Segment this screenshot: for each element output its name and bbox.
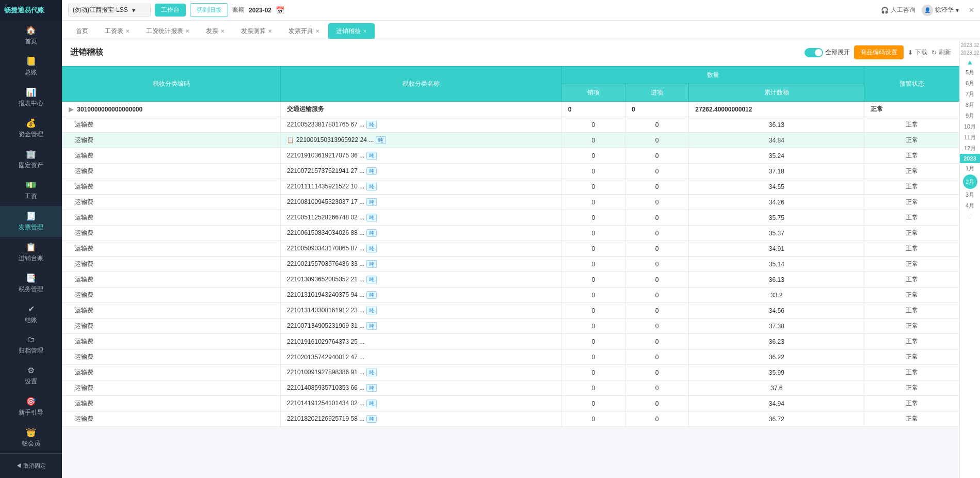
cumulative-val: 36.72 (689, 411, 864, 427)
toggle-expand[interactable]: 全部展开 (805, 48, 850, 57)
item-name: 运输费 (62, 334, 281, 349)
table-wrapper: 税收分类编码 税收分类名称 数量 预警状态 销项 进项 累计数额 (62, 66, 959, 478)
user-info[interactable]: 👤 徐泽华 ▾ (922, 5, 959, 16)
sidebar-item-purchase-sales[interactable]: 📋 进销台账 (0, 237, 62, 268)
switch-version-button[interactable]: 切到旧版 (190, 3, 228, 17)
sidebar-item-label: 固定资产 (19, 161, 43, 170)
tab-invoice[interactable]: 发票 ✕ (198, 23, 232, 39)
tab-invoice-calc[interactable]: 发票测算 ✕ (233, 23, 280, 39)
sales-val: 0 (561, 257, 625, 272)
support-button[interactable]: 🎧 人工咨询 (881, 6, 915, 14)
year-2023-label[interactable]: 2023 (960, 154, 980, 163)
purchase-val: 0 (625, 303, 689, 318)
unit-tag: 吨 (376, 136, 386, 144)
tab-payroll[interactable]: 工资表 ✕ (97, 23, 137, 39)
month-8[interactable]: 8月 (960, 100, 980, 110)
toggle-switch[interactable] (805, 48, 823, 57)
unpin-button[interactable]: ◀ 取消固定 (0, 458, 62, 474)
right-panel-year-2023: 2023.02 (959, 41, 980, 49)
sidebar-item-assets[interactable]: 🏢 固定资产 (0, 144, 62, 175)
item-tax-code: 221005233817801765 67 ... 吨 (281, 117, 562, 133)
right-panel: 2023.02 2023.02 ▲ 5月 6月 7月 8月 9月 10月 11月… (959, 39, 980, 478)
reconcile-table: 税收分类编码 税收分类名称 数量 预警状态 销项 进项 累计数额 (62, 66, 959, 427)
cumulative-val: 37.18 (689, 164, 864, 179)
period-label: 账期 (232, 6, 245, 14)
sidebar-item-home[interactable]: 🏠 首页 (0, 20, 62, 51)
close-button[interactable]: × (969, 6, 974, 15)
cumulative-val: 34.91 (689, 241, 864, 257)
workbench-button[interactable]: 工作台 (155, 4, 186, 17)
unit-tag: 吨 (366, 198, 377, 206)
sales-val: 0 (561, 411, 625, 427)
sidebar-item-payroll[interactable]: 💵 工资 (0, 175, 62, 206)
month-11[interactable]: 11月 (960, 132, 980, 143)
month-9[interactable]: 9月 (960, 110, 980, 121)
user-avatar: 👤 (922, 5, 933, 16)
refresh-button[interactable]: ↻ 刷新 (931, 48, 951, 57)
sidebar-item-archive[interactable]: 🗂 归档管理 (0, 330, 62, 360)
sidebar-item-label: 归档管理 (19, 346, 43, 355)
sidebar-item-guide[interactable]: 🎯 新手引导 (0, 391, 62, 422)
download-icon: ⬇ (908, 49, 913, 56)
cumulative-val: 35.14 (689, 257, 864, 272)
purchase-val: 0 (625, 288, 689, 303)
month-6[interactable]: 6月 (960, 78, 980, 89)
scroll-up-icon[interactable]: ▲ (967, 58, 974, 66)
item-tax-code: 221020135742940012 47 ... (281, 349, 562, 365)
purchase-val: 0 (625, 117, 689, 133)
month-10[interactable]: 10月 (960, 121, 980, 132)
company-selector[interactable]: (勿动)江西报宝-LSS ▾ (68, 4, 151, 17)
item-tax-code: 221010091927898386 91 ... 吨 (281, 365, 562, 380)
copy-icon[interactable]: 📋 (287, 137, 294, 143)
tab-invoice-close[interactable]: ✕ (220, 28, 224, 34)
tab-invoice-calc-close[interactable]: ✕ (268, 28, 272, 34)
heart-icon[interactable]: ♡ (967, 213, 973, 220)
tabs-bar: 首页 工资表 ✕ 工资统计报表 ✕ 发票 ✕ 发票测算 ✕ 发票开具 ✕ 进销稽… (62, 21, 980, 39)
item-name: 运输费 (62, 164, 281, 179)
tab-payroll-stats[interactable]: 工资统计报表 ✕ (138, 23, 197, 39)
cumulative-val: 37.6 (689, 380, 864, 396)
right-panel-year-label2: 2023.02 (959, 49, 980, 57)
purchase-val: 0 (625, 349, 689, 365)
sidebar-item-settings[interactable]: ⚙ 设置 (0, 360, 62, 391)
unit-tag: 吨 (366, 322, 377, 330)
cumulative-val: 33.2 (689, 288, 864, 303)
cumulative-val: 36.22 (689, 349, 864, 365)
month-4[interactable]: 4月 (960, 200, 980, 211)
month-2-active[interactable]: 2月 (963, 174, 977, 189)
tab-payroll-stats-close[interactable]: ✕ (185, 28, 189, 34)
unit-tag: 吨 (366, 183, 377, 190)
month-1[interactable]: 1月 (960, 163, 980, 174)
month-12[interactable]: 12月 (960, 143, 980, 154)
item-name: 运输费 (62, 241, 281, 257)
sidebar-item-ledger[interactable]: 📒 总账 (0, 51, 62, 82)
item-tax-code: 221011111435921522 10 ... 吨 (281, 179, 562, 195)
download-button[interactable]: ⬇ 下载 (908, 48, 927, 57)
sidebar-item-finance[interactable]: 💰 资金管理 (0, 113, 62, 144)
tab-payroll-close[interactable]: ✕ (125, 28, 130, 34)
month-7[interactable]: 7月 (960, 89, 980, 100)
tab-invoice-issue[interactable]: 发票开具 ✕ (281, 23, 327, 39)
sidebar-item-reports[interactable]: 📊 报表中心 (0, 82, 62, 113)
sales-val: 0 (561, 210, 625, 226)
sidebar-item-close-account[interactable]: ✔ 结账 (0, 299, 62, 330)
sidebar-item-invoice[interactable]: 🧾 发票管理 (0, 206, 62, 237)
month-5[interactable]: 5月 (960, 67, 980, 78)
purchase-val: 0 (625, 195, 689, 210)
item-tax-code: 221014085935710353 66 ... 吨 (281, 380, 562, 396)
tab-payroll-stats-label: 工资统计报表 (146, 27, 183, 36)
calendar-icon[interactable]: 📅 (276, 6, 284, 14)
download-label: 下载 (915, 48, 927, 57)
settings-button[interactable]: 商品编码设置 (854, 45, 904, 59)
tab-reconcile-close[interactable]: ✕ (363, 28, 367, 34)
month-3[interactable]: 3月 (960, 189, 980, 200)
tab-home[interactable]: 首页 (68, 23, 96, 39)
tab-reconcile[interactable]: 进销稽核 ✕ (328, 23, 375, 39)
status-val: 正常 (864, 365, 959, 380)
tab-invoice-issue-close[interactable]: ✕ (315, 28, 319, 34)
sidebar-item-member[interactable]: 👑 畅会员 (0, 422, 62, 453)
item-tax-code: 📋221009150313965922 24 ... 吨 (281, 133, 562, 148)
sidebar-item-tax[interactable]: 📑 税务管理 (0, 268, 62, 299)
item-name: 运输费 (62, 117, 281, 133)
ledger-icon: 📒 (26, 56, 36, 66)
